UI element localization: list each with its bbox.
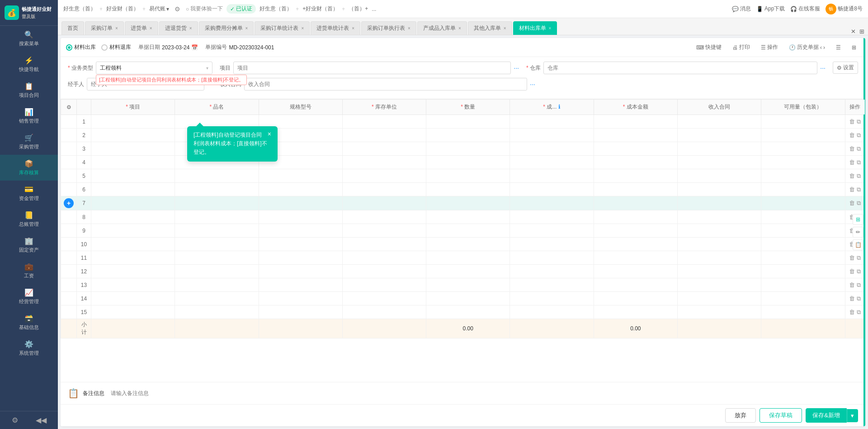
cell-spec[interactable] (259, 278, 342, 292)
cell-available[interactable] (761, 156, 845, 169)
cell-cost_amount[interactable] (594, 224, 677, 238)
view-toggle-btn2[interactable]: ⊞ (848, 43, 860, 52)
cell-spec[interactable] (259, 238, 342, 251)
cell-available[interactable] (761, 169, 845, 183)
cell-income_contract[interactable] (677, 183, 761, 196)
cell-available[interactable] (761, 183, 845, 196)
add-row-btn[interactable]: + (64, 198, 74, 208)
cell-qty[interactable] (426, 196, 510, 210)
cell-unit[interactable] (342, 224, 426, 238)
cell-income_contract[interactable] (677, 129, 761, 142)
copy-row-icon[interactable]: ⧉ (857, 295, 861, 302)
topbar-certified-badge[interactable]: ✓ 已认证 (226, 4, 256, 14)
tab-purchase-expense[interactable]: 采购费用分摊单 × (199, 21, 254, 35)
cell-cost_amount[interactable] (594, 196, 677, 210)
topbar-link-haoyecai[interactable]: 好业财（首） (106, 5, 139, 13)
cell-cost_price[interactable] (510, 265, 594, 278)
cell-cost_amount[interactable] (594, 251, 677, 265)
topbar-message-btn[interactable]: 💬 消息 (732, 5, 751, 13)
cell-project[interactable] (91, 196, 175, 210)
cell-cost_price[interactable] (510, 115, 594, 129)
sidebar-item-assets[interactable]: 🏢 固定资产 (0, 232, 58, 258)
cell-qty[interactable] (426, 142, 510, 156)
cell-project[interactable] (91, 129, 175, 142)
input-cost_price[interactable] (513, 200, 590, 206)
tab-close-icon[interactable]: × (408, 26, 410, 31)
cell-income_contract[interactable] (677, 251, 761, 265)
delete-row-icon[interactable]: 🗑 (849, 254, 855, 262)
input-income_contract[interactable] (680, 200, 758, 206)
cell-qty[interactable] (426, 210, 510, 224)
cell-income_contract[interactable] (677, 224, 761, 238)
cell-income_contract[interactable] (677, 115, 761, 129)
tab-other-in[interactable]: 其他入库单 × (468, 21, 512, 35)
topbar-link4[interactable]: （首）+ (349, 5, 368, 13)
topbar-link-haoshengyi[interactable]: 好生意（首） (63, 5, 96, 13)
delete-row-icon[interactable]: 🗑 (849, 186, 855, 193)
tab-close-icon[interactable]: × (115, 26, 118, 31)
view-toggle-btn[interactable]: ☰ (832, 43, 844, 52)
cell-name[interactable] (175, 251, 259, 265)
cell-income_contract[interactable] (677, 196, 761, 210)
tab-purchase-order[interactable]: 采购订单 × (85, 21, 124, 35)
cell-project[interactable] (91, 156, 175, 169)
tab-finished-in[interactable]: 产成品入库单 × (417, 21, 467, 35)
topbar-settings-icon[interactable]: ⚙ (175, 5, 180, 13)
copy-row-icon[interactable]: ⧉ (857, 254, 861, 262)
cell-name[interactable] (175, 169, 259, 183)
cell-unit[interactable] (342, 115, 426, 129)
income-contract-input[interactable] (244, 78, 527, 91)
cell-project[interactable] (91, 305, 175, 319)
copy-row-icon[interactable]: ⧉ (857, 118, 861, 125)
cell-income_contract[interactable] (677, 142, 761, 156)
cell-income_contract[interactable] (677, 292, 761, 305)
tab-purchase-exec[interactable]: 采购订单执行表 × (361, 21, 416, 35)
cell-cost_amount[interactable] (594, 142, 677, 156)
input-name[interactable] (178, 200, 255, 206)
sidebar-item-quick-nav[interactable]: ⚡ 快捷导航 (0, 52, 58, 77)
delete-row-icon[interactable]: 🗑 (849, 200, 855, 207)
income-contract-dots-icon[interactable]: ··· (530, 81, 535, 88)
tab-close-icon[interactable]: × (150, 26, 152, 31)
cell-cost_price[interactable] (510, 156, 594, 169)
cell-income_contract[interactable] (677, 278, 761, 292)
topbar-customer-service-btn[interactable]: 🎧 在线客服 (790, 5, 820, 13)
cell-qty[interactable] (426, 156, 510, 169)
right-tool-2[interactable]: ✏ (853, 227, 863, 238)
cell-qty[interactable] (426, 278, 510, 292)
sidebar-item-basic[interactable]: 🗃️ 基础信息 (0, 310, 58, 335)
cell-cost_price[interactable] (510, 142, 594, 156)
tooltip-close-btn[interactable]: × (268, 131, 271, 137)
collapse-icon[interactable]: ◀◀ (36, 416, 47, 424)
delete-row-icon[interactable]: 🗑 (849, 172, 855, 180)
cell-spec[interactable] (259, 183, 342, 196)
cell-unit[interactable] (342, 210, 426, 224)
settings-gear-icon[interactable]: ⚙ (12, 416, 18, 424)
cell-spec[interactable] (259, 305, 342, 319)
tab-close-icon[interactable]: × (458, 26, 461, 31)
cell-unit[interactable] (342, 156, 426, 169)
info-icon[interactable]: ℹ (558, 104, 561, 110)
cell-cost_price[interactable] (510, 129, 594, 142)
delete-row-icon[interactable]: 🗑 (849, 309, 855, 316)
cell-qty[interactable] (426, 251, 510, 265)
copy-row-icon[interactable]: ⧉ (857, 200, 861, 207)
cell-name[interactable] (175, 292, 259, 305)
sidebar-item-ledger[interactable]: 📒 总账管理 (0, 206, 58, 232)
copy-row-icon[interactable]: ⧉ (857, 281, 861, 289)
tab-menu-icon[interactable]: ⊞ (859, 28, 864, 35)
calendar-icon[interactable]: 📅 (191, 44, 198, 51)
cell-qty[interactable] (426, 238, 510, 251)
tab-purchase-stats[interactable]: 采购订单统计表 × (255, 21, 310, 35)
cell-name[interactable] (175, 238, 259, 251)
save-new-main-button[interactable]: 保存&新增 (806, 408, 847, 423)
cell-project[interactable] (91, 278, 175, 292)
cell-name[interactable] (175, 305, 259, 319)
cell-cost_price[interactable] (510, 169, 594, 183)
tab-close-icon[interactable]: × (245, 26, 248, 31)
cell-qty[interactable] (426, 169, 510, 183)
tab-material-out[interactable]: 材料出库单 × (513, 21, 557, 35)
cell-available[interactable] (761, 278, 845, 292)
cell-qty[interactable] (426, 265, 510, 278)
cell-unit[interactable] (342, 265, 426, 278)
